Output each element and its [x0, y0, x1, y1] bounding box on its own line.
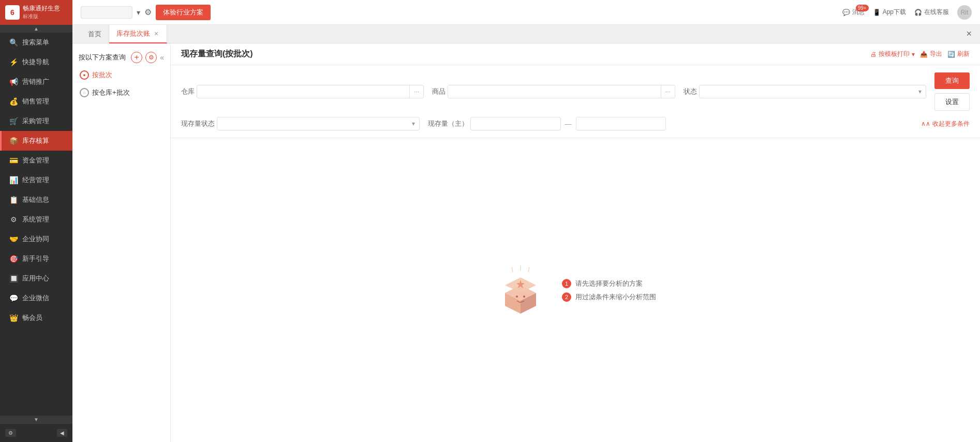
sidebar-item-search[interactable]: 🔍 搜索菜单 — [0, 33, 72, 52]
tab-close-btn[interactable]: × — [153, 30, 159, 38]
newcomer-nav-icon: 🎯 — [9, 254, 18, 263]
sidebar-item-system[interactable]: ⚙ 系统管理 — [0, 210, 72, 229]
sidebar-item-sales[interactable]: 💰 销售管理 — [0, 92, 72, 111]
empty-illustration — [495, 264, 546, 316]
sidebar-item-enterprise[interactable]: 🤝 企业协同 — [0, 229, 72, 249]
sales-nav-icon: 💰 — [9, 97, 18, 106]
app-edition: 标准版 — [23, 13, 60, 20]
tab-home[interactable]: 首页 — [81, 25, 109, 43]
collapse-label: 收起更多条件 — [932, 120, 970, 128]
sidebar-item-label: 库存核算 — [22, 136, 49, 145]
sidebar-item-label: 新手引导 — [22, 254, 49, 263]
sidebar-item-label: 基础信息 — [22, 195, 49, 204]
shortcut-nav-icon: ⚡ — [9, 57, 18, 67]
sidebar-item-operations[interactable]: 📊 经营管理 — [0, 170, 72, 190]
phone-icon: 📱 — [873, 9, 881, 16]
status-label: 状态 — [684, 87, 697, 96]
sidebar-item-label: 畅会员 — [22, 313, 42, 322]
topbar-dropdown-btn[interactable]: ▾ — [137, 8, 140, 17]
svg-line-9 — [528, 267, 529, 272]
sidebar-header: 6 畅康通好生意 标准版 — [0, 0, 72, 25]
warehouse-more-btn[interactable]: ··· — [409, 85, 423, 98]
sidebar-item-label: 营销推广 — [22, 77, 49, 86]
plan-settings-btn[interactable]: ⚙ — [145, 52, 157, 63]
sidebar-item-label: 企业协同 — [22, 234, 49, 244]
stock-qty-label: 现存量（主） — [428, 119, 468, 128]
stock-qty-end-input[interactable] — [576, 117, 666, 130]
refresh-btn[interactable]: 🔄 刷新 — [947, 50, 970, 58]
warehouse-input[interactable] — [197, 85, 409, 98]
members-nav-icon: 👑 — [9, 313, 18, 322]
user-avatar[interactable]: Rit — [957, 5, 972, 20]
print-arrow-icon: ▾ — [912, 51, 915, 58]
stock-status-filter: 现存量状态 ▾ — [181, 117, 420, 130]
stock-qty-start-input[interactable] — [470, 117, 561, 130]
enterprise-nav-icon: 🤝 — [9, 234, 18, 244]
print-icon: 🖨 — [870, 51, 877, 58]
panel-collapse-btn[interactable]: « — [160, 52, 164, 63]
svg-point-6 — [523, 296, 525, 298]
tip-text-2: 用过滤条件来缩小分析范围 — [575, 292, 656, 302]
goods-input[interactable] — [448, 85, 660, 98]
query-btn[interactable]: 查询 — [934, 72, 970, 89]
sidebar-item-label: 应用中心 — [22, 274, 49, 283]
page-header-actions: 🖨 按模板打印 ▾ 📤 导出 🔄 刷新 — [870, 50, 970, 58]
empty-state: 1 请先选择要分析的方案 2 用过滤条件来缩小分析范围 — [171, 138, 980, 442]
topbar: ▾ ⚙ 体验行业方案 💬 消息 99+ 📱 App下载 🎧 在线客服 Rit — [72, 0, 980, 25]
tab-bar-right: × — [966, 28, 972, 39]
status-select[interactable]: ▾ — [699, 85, 926, 98]
app-download-btn[interactable]: 📱 App下载 — [873, 8, 906, 17]
online-service-btn[interactable]: 🎧 在线客服 — [914, 8, 949, 17]
sidebar-settings-btn[interactable]: ⚙ — [5, 429, 16, 437]
tip-num-1: 1 — [562, 279, 571, 288]
plan-item-by-batch[interactable]: ● 按批次 — [72, 66, 170, 84]
sidebar-collapse-btn[interactable]: ◀ — [57, 429, 67, 437]
sidebar-footer: ⚙ ◀ — [0, 423, 72, 442]
sidebar-item-inventory[interactable]: 📦 库存核算 — [0, 131, 72, 151]
stock-status-arrow-icon: ▾ — [412, 120, 415, 127]
sidebar-item-label: 资金管理 — [22, 156, 49, 165]
filter-settings-btn[interactable]: 设置 — [934, 93, 970, 111]
tab-bar-close-btn[interactable]: × — [966, 28, 972, 39]
tab-inventory-batch[interactable]: 库存批次账 × — [109, 25, 167, 43]
goods-more-btn[interactable]: ··· — [661, 85, 675, 98]
collapse-more-btn[interactable]: ∧∧ 收起更多条件 — [921, 120, 970, 128]
print-label: 按模板打印 — [879, 50, 910, 58]
sidebar-item-newcomer[interactable]: 🎯 新手引导 — [0, 249, 72, 269]
empty-content: 1 请先选择要分析的方案 2 用过滤条件来缩小分析范围 — [495, 264, 656, 316]
add-plan-btn[interactable]: + — [131, 52, 142, 63]
sidebar-item-marketing[interactable]: 📢 营销推广 — [0, 72, 72, 92]
sidebar-item-basic[interactable]: 📋 基础信息 — [0, 190, 72, 210]
sidebar-item-finance[interactable]: 💳 资金管理 — [0, 151, 72, 170]
stock-status-select[interactable]: ▾ — [217, 117, 420, 130]
empty-tip-1: 1 请先选择要分析的方案 — [562, 279, 656, 288]
sidebar-scroll-up[interactable]: ▲ — [0, 25, 72, 33]
plan-label: 按仓库+批次 — [92, 88, 130, 97]
sidebar-item-purchase[interactable]: 🛒 采购管理 — [0, 111, 72, 131]
corp-wechat-nav-icon: 💬 — [9, 293, 18, 303]
stock-qty-dash: — — [561, 120, 576, 128]
sidebar-item-app-center[interactable]: 🔲 应用中心 — [0, 269, 72, 288]
status-arrow-icon: ▾ — [918, 88, 922, 95]
empty-tips: 1 请先选择要分析的方案 2 用过滤条件来缩小分析范围 — [562, 279, 656, 302]
topbar-gear-btn[interactable]: ⚙ — [144, 7, 152, 17]
sidebar-item-shortcut[interactable]: ⚡ 快捷导航 — [0, 52, 72, 72]
sidebar-nav: 🔍 搜索菜单 ⚡ 快捷导航 📢 营销推广 💰 销售管理 🛒 采购管理 📦 库存核… — [0, 33, 72, 416]
page-header: 现存量查询(按批次) 🖨 按模板打印 ▾ 📤 导出 🔄 刷新 — [171, 43, 980, 65]
print-btn[interactable]: 🖨 按模板打印 ▾ — [870, 50, 915, 58]
export-btn[interactable]: 📤 导出 — [920, 50, 942, 58]
plan-active-icon: ● — [80, 70, 89, 80]
sidebar-item-label: 企业微信 — [22, 293, 49, 303]
sidebar-item-corp-wechat[interactable]: 💬 企业微信 — [0, 288, 72, 308]
svg-line-7 — [512, 267, 513, 272]
sidebar-item-members[interactable]: 👑 畅会员 — [0, 308, 72, 328]
messages-btn[interactable]: 💬 消息 99+ — [842, 8, 865, 17]
messages-badge: 99+ — [856, 5, 869, 11]
status-filter: 状态 ▾ — [684, 85, 926, 98]
right-panel: 现存量查询(按批次) 🖨 按模板打印 ▾ 📤 导出 🔄 刷新 — [171, 43, 980, 442]
experience-btn[interactable]: 体验行业方案 — [156, 5, 211, 20]
sidebar-scroll-down[interactable]: ▼ — [0, 416, 72, 423]
topbar-search-input[interactable] — [81, 6, 132, 19]
tab-inventory-batch-label: 库存批次账 — [116, 29, 150, 38]
plan-item-by-warehouse-batch[interactable]: ○ 按仓库+批次 — [72, 84, 170, 101]
